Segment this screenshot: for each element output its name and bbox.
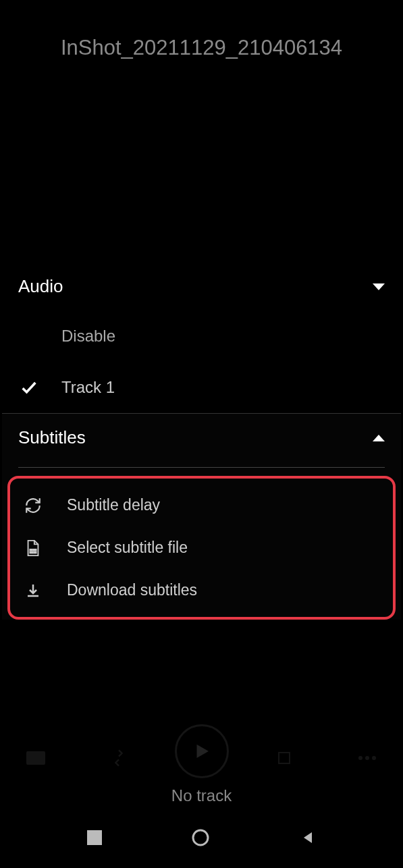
svg-rect-1 <box>33 549 36 550</box>
subtitle-delay-label: Subtitle delay <box>67 496 160 514</box>
header: InShot_20211129_210406134 <box>2 2 401 74</box>
more-icon[interactable] <box>354 744 381 771</box>
svg-point-7 <box>365 756 369 760</box>
play-button[interactable] <box>175 724 229 778</box>
subtitles-section-header[interactable]: Subtitles <box>2 414 401 462</box>
crop-icon[interactable] <box>271 744 298 771</box>
audio-section-header[interactable]: Audio <box>2 263 401 310</box>
audio-section: Audio Disable Track 1 <box>2 263 401 413</box>
download-subtitles-option[interactable]: Download subtitles <box>10 569 393 612</box>
recent-apps-button[interactable] <box>87 830 102 845</box>
svg-rect-0 <box>30 549 32 550</box>
svg-rect-4 <box>26 751 45 765</box>
svg-rect-3 <box>34 551 36 553</box>
svg-marker-9 <box>196 744 209 758</box>
audio-option-track1[interactable]: Track 1 <box>2 362 401 413</box>
audio-option-disable[interactable]: Disable <box>2 310 401 362</box>
subtitle-options-highlight: Subtitle delay Select subtitle file <box>7 476 396 620</box>
video-preview-area[interactable] <box>2 74 401 263</box>
audio-disable-label: Disable <box>61 327 115 346</box>
subtitle-delay-option[interactable]: Subtitle delay <box>10 484 393 526</box>
download-subtitles-label: Download subtitles <box>67 581 197 599</box>
svg-rect-10 <box>87 830 102 845</box>
refresh-icon <box>24 497 43 514</box>
back-button[interactable] <box>300 830 316 846</box>
svg-point-11 <box>193 830 208 845</box>
svg-rect-5 <box>279 753 290 763</box>
subtitles-title: Subtitles <box>18 427 86 448</box>
subtitle-control-icon[interactable] <box>22 744 49 771</box>
audio-title: Audio <box>18 276 63 297</box>
select-subtitle-file-option[interactable]: Select subtitle file <box>10 526 393 569</box>
svg-point-8 <box>372 756 376 760</box>
home-button[interactable] <box>191 828 210 847</box>
navigation-bar <box>2 812 401 866</box>
bottom-area: No track <box>2 762 401 866</box>
download-icon <box>24 582 43 599</box>
audio-track1-label: Track 1 <box>61 378 115 397</box>
svg-point-6 <box>358 756 362 760</box>
rotate-icon[interactable] <box>105 744 132 771</box>
subtitles-section: Subtitles Subtitle delay <box>2 414 401 620</box>
svg-rect-2 <box>30 551 33 553</box>
check-icon <box>18 378 40 397</box>
select-subtitle-label: Select subtitle file <box>67 539 188 557</box>
svg-marker-12 <box>304 832 312 843</box>
chevron-up-icon <box>373 435 385 441</box>
chevron-down-icon <box>373 283 385 290</box>
subtitle-divider <box>18 467 385 468</box>
video-filename: InShot_20211129_210406134 <box>16 36 387 60</box>
file-icon <box>24 539 43 557</box>
